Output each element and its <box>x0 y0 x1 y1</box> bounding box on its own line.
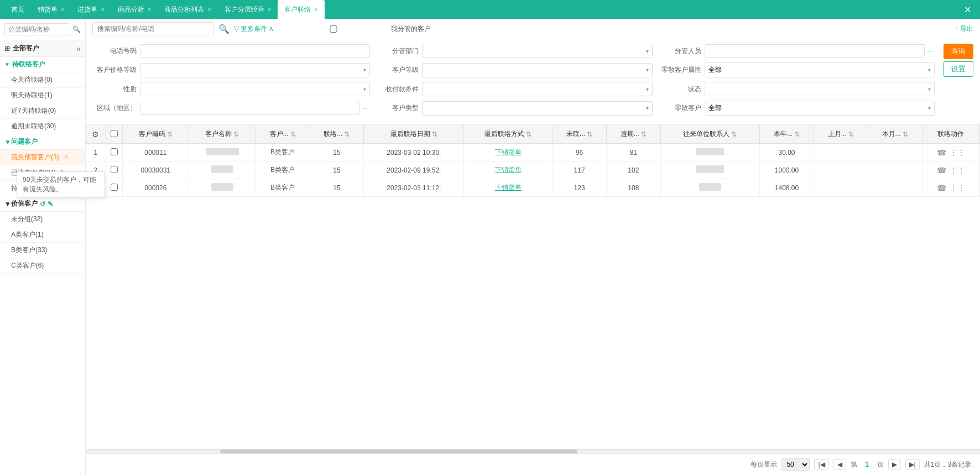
edit-icon[interactable]: ✎ <box>48 200 53 208</box>
col-header-settings[interactable]: ⚙ <box>86 125 106 144</box>
col-header-contact[interactable]: 联络... ⇅ <box>310 125 364 144</box>
next-page-button[interactable]: ▶ <box>888 459 901 470</box>
my-customers-check[interactable] <box>278 25 389 33</box>
sidebar-group-pending-contact[interactable]: ▼ 待联络客户 <box>0 57 85 72</box>
status-select[interactable]: ▾ <box>705 82 935 96</box>
filter-search-icon[interactable]: 🔍 <box>218 24 230 34</box>
sidebar-group-value[interactable]: ▼ 价值客户 ↺ ✎ <box>0 196 85 212</box>
person-dots-icon[interactable]: ··· <box>925 47 935 55</box>
sidebar-item-7day-contact[interactable]: 近7天待联络(0) <box>0 103 85 119</box>
tab-product-analysis-list[interactable]: 商品分析列表 × <box>158 0 217 19</box>
tab-home[interactable]: 首页 <box>4 0 31 19</box>
more-action-icon-2[interactable]: ⋮⋮ <box>950 166 965 175</box>
tab-customer-connect[interactable]: 客户联络 × <box>278 0 324 19</box>
select-all-checkbox[interactable] <box>111 130 118 137</box>
col-header-type[interactable]: 客户... ⇅ <box>256 125 310 144</box>
sidebar-item-churn-warning[interactable]: 流失预警客户(3) ⚠ <box>0 150 85 165</box>
contact-icon-2[interactable]: ☎ <box>937 166 946 175</box>
per-page-select[interactable]: 50 100 200 <box>781 458 810 471</box>
sidebar-item-today-contact[interactable]: 今天待联络(0) <box>0 72 85 88</box>
filter-field-zero-customer: 零散客户 全部 ▾ <box>657 101 935 116</box>
cell-checkbox-2[interactable] <box>106 161 122 179</box>
sidebar-item-overdue-contact[interactable]: 逾期未联络(30) <box>0 119 85 134</box>
col-header-code[interactable]: 客户编码 ⇅ <box>122 125 189 144</box>
all-customers-header[interactable]: ⊞ 全部客户 « <box>0 40 85 57</box>
col-header-last-method[interactable]: 最后联络方式 ⇅ <box>464 125 552 144</box>
cell-last-month-2 <box>814 161 868 179</box>
scrollbar-thumb[interactable] <box>220 450 578 453</box>
col-header-last-month[interactable]: 上月... ⇅ <box>814 125 868 144</box>
customer-level-select[interactable]: ▾ <box>422 63 652 77</box>
zero-customer-select[interactable]: 全部 ▾ <box>705 101 935 116</box>
cell-checkbox-3[interactable] <box>106 179 122 197</box>
col-header-unit-contact[interactable]: 往来单位联系人 ⇅ <box>660 125 759 144</box>
sidebar-group-churn[interactable]: ▼ 问题客户 <box>0 134 85 150</box>
search-input[interactable] <box>92 22 214 35</box>
col-header-overdue[interactable]: 逾期... ⇅ <box>606 125 660 144</box>
col-header-this-year[interactable]: 本年... ⇅ <box>760 125 814 144</box>
customer-type-select[interactable]: ▾ <box>422 101 652 116</box>
sidebar-item-class-c[interactable]: C类客户(6) <box>0 258 85 274</box>
close-tab-customer-segment[interactable]: × <box>268 6 271 13</box>
prev-page-button[interactable]: ◀ <box>833 459 846 470</box>
close-tab-sales[interactable]: × <box>61 6 64 13</box>
cell-checkbox-1[interactable] <box>106 144 122 161</box>
tab-customer-segment[interactable]: 客户分层经营 × <box>218 0 278 19</box>
settings-button[interactable]: 设置 <box>943 61 973 77</box>
export-button[interactable]: ↑ 导出 <box>955 24 973 34</box>
main-layout: 🔍 ⊞ 全部客户 « ▼ 待联络客户 今天待联络(0) 明天待联络(1) 近7天… <box>0 19 980 475</box>
cell-last-method-2[interactable]: 下销货单 <box>464 161 552 179</box>
row-checkbox-2[interactable] <box>111 166 118 173</box>
cell-type-3: B类客户 <box>256 179 310 197</box>
phone-input[interactable] <box>140 44 370 58</box>
close-tab-purchase[interactable]: × <box>101 6 104 13</box>
last-method-link-1[interactable]: 下销货单 <box>495 148 522 156</box>
more-conditions-button[interactable]: ▽ 更多条件 ∧ <box>234 24 274 34</box>
nature-select[interactable]: ▾ <box>140 82 370 96</box>
refresh-icon[interactable]: ↺ <box>40 200 45 208</box>
price-level-select[interactable]: ▾ <box>140 63 370 77</box>
col-header-this-month[interactable]: 本月... ⇅ <box>868 125 922 144</box>
sidebar-search-icon[interactable]: 🔍 <box>72 25 81 33</box>
col-header-name[interactable]: 客户名称 ⇅ <box>189 125 256 144</box>
tab-product-analysis[interactable]: 商品分析 × <box>111 0 158 19</box>
more-action-icon-3[interactable]: ⋮⋮ <box>950 184 965 192</box>
tab-purchase[interactable]: 进货单 × <box>71 0 111 19</box>
cell-last-method-3[interactable]: 下销货单 <box>464 179 552 197</box>
sidebar-item-class-a[interactable]: A类客户(1) <box>0 227 85 243</box>
contact-icon-1[interactable]: ☎ <box>937 148 946 157</box>
zero-attr-select[interactable]: 全部 ▾ <box>705 62 935 77</box>
sidebar-item-tomorrow-contact[interactable]: 明天待联络(1) <box>0 88 85 103</box>
cell-last-method-1[interactable]: 下销货单 <box>464 144 552 161</box>
row-checkbox-3[interactable] <box>111 184 118 191</box>
my-customers-checkbox[interactable]: 我分管的客户 <box>278 24 431 34</box>
last-method-link-2[interactable]: 下销货单 <box>495 166 522 174</box>
table-horizontal-scrollbar[interactable] <box>86 449 980 453</box>
more-action-icon-1[interactable]: ⋮⋮ <box>950 148 965 157</box>
person-input[interactable] <box>705 44 925 58</box>
table-settings-gear-icon[interactable]: ⚙ <box>92 130 99 139</box>
dept-select[interactable]: ▾ <box>422 44 652 58</box>
sidebar-collapse-button[interactable]: « <box>76 44 81 53</box>
last-page-button[interactable]: ▶| <box>905 459 920 470</box>
tab-sales[interactable]: 销货单 × <box>31 0 71 19</box>
close-tab-product-analysis-list[interactable]: × <box>207 6 211 13</box>
close-tab-customer-connect[interactable]: × <box>314 6 317 13</box>
sidebar-item-unclassified[interactable]: 未分组(32) <box>0 212 85 227</box>
payment-select[interactable]: ▾ <box>422 82 652 96</box>
close-tab-product-analysis[interactable]: × <box>148 6 151 13</box>
region-dots-icon[interactable]: ··· <box>360 105 370 112</box>
col-header-last-date[interactable]: 最后联络日期 ⇅ <box>364 125 464 144</box>
row-checkbox-1[interactable] <box>111 148 118 155</box>
col-header-not-contacted[interactable]: 未联... ⇅ <box>552 125 607 144</box>
sidebar-search-input[interactable] <box>4 23 70 35</box>
sidebar-item-class-b[interactable]: B类客户(33) <box>0 243 85 258</box>
masked-unit-1 <box>696 148 724 155</box>
region-input[interactable] <box>140 102 360 115</box>
window-close-button[interactable]: ✕ <box>960 4 976 15</box>
last-method-link-3[interactable]: 下销货单 <box>495 184 522 191</box>
contact-icon-3[interactable]: ☎ <box>937 184 946 192</box>
query-button[interactable]: 查询 <box>943 44 973 59</box>
col-header-checkbox[interactable] <box>106 125 122 144</box>
first-page-button[interactable]: |◀ <box>814 459 828 470</box>
